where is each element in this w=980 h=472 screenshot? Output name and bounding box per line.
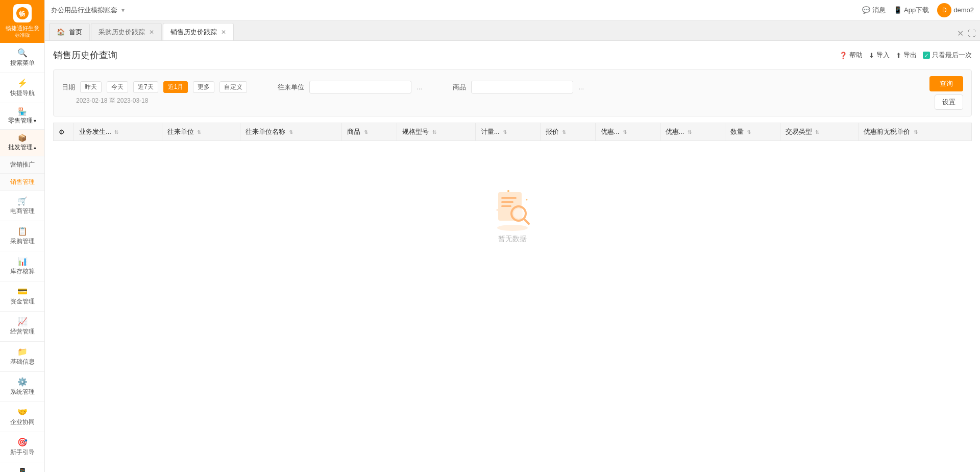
col-spec[interactable]: 规格型号 ⇅ — [397, 123, 476, 141]
empty-text: 暂无数据 — [498, 234, 527, 244]
sidebar-item-search[interactable]: 🔍 搜索菜单 — [0, 43, 44, 73]
date-7days-btn[interactable]: 近7天 — [133, 81, 158, 93]
maximize-button[interactable]: ⛶ — [968, 29, 976, 38]
col-trade-type[interactable]: 交易类型 ⇅ — [780, 123, 859, 141]
app-download-button[interactable]: 📱 App下载 — [894, 6, 929, 15]
sidebar-item-guide[interactable]: 🎯 新手引导 — [0, 432, 44, 462]
date-custom-btn[interactable]: 自定义 — [219, 81, 247, 93]
tab-purchase-close[interactable]: ✕ — [149, 29, 154, 35]
sidebar-item-inventory[interactable]: 📊 库存核算 — [0, 251, 44, 281]
date-filter-label: 日期 — [62, 83, 75, 92]
export-button[interactable]: ⬆ 导出 — [896, 51, 917, 60]
sidebar-label-system: 系统管理 — [2, 388, 42, 396]
page-actions: ❓ 帮助 ⬇ 导入 ⬆ 导出 ✓ 只看最后一次 — [839, 51, 972, 60]
tab-home-label: 首页 — [69, 28, 82, 37]
col-discount1[interactable]: 优惠... ⇅ — [595, 123, 660, 141]
query-button[interactable]: 查询 — [929, 76, 963, 91]
partner-more-icon[interactable]: ... — [416, 83, 422, 91]
svg-point-2 — [497, 225, 528, 231]
svg-point-10 — [507, 190, 509, 192]
table-container: ⚙ 业务发生... ⇅ 往来单位 ⇅ 往来单位名称 ⇅ — [53, 123, 972, 285]
sidebar-sub-wholesale: 营销推广 销售管理 — [0, 156, 44, 191]
workspace-title: 办公用品行业模拟账套 — [51, 6, 117, 15]
col-partner-name[interactable]: 往来单位名称 ⇅ — [240, 123, 342, 141]
avatar-text: D — [942, 7, 947, 14]
col-settings[interactable]: ⚙ — [54, 123, 74, 141]
import-button[interactable]: ⬇ 导入 — [869, 51, 890, 60]
tab-bar: 🏠 首页 采购历史价跟踪 ✕ 销售历史价跟踪 ✕ ✕ ⛶ — [45, 20, 980, 41]
product-input[interactable] — [471, 81, 573, 93]
tab-sales-history[interactable]: 销售历史价跟踪 ✕ — [163, 23, 234, 40]
col-qty[interactable]: 数量 ⇅ — [725, 123, 780, 141]
message-button[interactable]: 💬 消息 — [862, 6, 886, 15]
sidebar-item-wholesale[interactable]: 📦 批发管理 ▴ — [0, 130, 44, 156]
tab-purchase-history[interactable]: 采购历史价跟踪 ✕ — [91, 23, 162, 40]
svg-rect-5 — [501, 201, 513, 203]
col-discount2[interactable]: 优惠... ⇅ — [660, 123, 725, 141]
col-biz-date[interactable]: 业务发生... ⇅ — [74, 123, 162, 141]
filter-row-date: 日期 昨天 今天 近7天 近1月 更多 自定义 往来单位 ... 商品 ... — [62, 81, 923, 93]
close-all-tabs-button[interactable]: ✕ — [957, 29, 964, 38]
sort-icon-discount2: ⇅ — [688, 129, 692, 135]
sidebar-item-purchase[interactable]: 📋 采购管理 — [0, 221, 44, 251]
col-spec-label: 规格型号 — [402, 128, 429, 135]
operations-icon: 📈 — [2, 317, 42, 326]
sidebar-item-operations[interactable]: 📈 经营管理 — [0, 312, 44, 342]
page-title-bar: 销售历史价查询 ❓ 帮助 ⬇ 导入 ⬆ 导出 ✓ 只看最后一次 — [53, 49, 972, 61]
sidebar-item-shortcut[interactable]: ⚡ 快捷导航 — [0, 73, 44, 103]
partner-filter-label: 往来单位 — [278, 83, 304, 92]
sidebar-label-retail: 零售管理 — [8, 116, 33, 125]
basic-icon: 📁 — [2, 347, 42, 357]
sidebar-label-marketing: 营销推广 — [10, 161, 35, 168]
avatar: D — [937, 3, 951, 17]
sidebar-item-finance[interactable]: 💳 资金管理 — [0, 281, 44, 312]
date-more-btn[interactable]: 更多 — [193, 81, 214, 93]
sidebar-item-marketing[interactable]: 营销推广 — [0, 156, 44, 174]
date-1month-btn[interactable]: 近1月 — [163, 81, 188, 93]
sidebar-item-ecommerce[interactable]: 🛒 电商管理 — [0, 191, 44, 221]
col-unit-label: 计量... — [481, 128, 500, 135]
sidebar-item-sales[interactable]: 销售管理 — [0, 174, 44, 191]
table-head: ⚙ 业务发生... ⇅ 往来单位 ⇅ 往来单位名称 ⇅ — [54, 123, 972, 141]
filter-area: 日期 昨天 今天 近7天 近1月 更多 自定义 往来单位 ... 商品 ... — [53, 69, 972, 116]
sidebar-item-basic[interactable]: 📁 基础信息 — [0, 342, 44, 372]
only-last-checkbox[interactable]: ✓ 只看最后一次 — [923, 51, 972, 60]
sidebar-item-apps[interactable]: 📱 应用中心 — [0, 462, 44, 472]
help-button[interactable]: ❓ 帮助 — [839, 51, 863, 60]
tab-sales-close[interactable]: ✕ — [221, 29, 226, 35]
svg-rect-6 — [501, 205, 511, 207]
tab-purchase-label: 采购历史价跟踪 — [99, 28, 145, 37]
sidebar-item-retail[interactable]: 🏪 零售管理 ▾ — [0, 103, 44, 130]
app-logo[interactable]: 畅 畅捷通好生意 标准版 — [0, 0, 44, 43]
col-partner-code[interactable]: 往来单位 ⇅ — [162, 123, 240, 141]
search-icon: 🔍 — [2, 48, 42, 58]
table-header-row: ⚙ 业务发生... ⇅ 往来单位 ⇅ 往来单位名称 ⇅ — [54, 123, 972, 141]
tab-home[interactable]: 🏠 首页 — [49, 23, 90, 40]
col-biz-date-label: 业务发生... — [79, 128, 111, 135]
sort-icon-unit: ⇅ — [503, 129, 507, 135]
col-pretax-price[interactable]: 优惠前无税单价 ⇅ — [859, 123, 972, 141]
col-unit[interactable]: 计量... ⇅ — [475, 123, 540, 141]
apps-icon: 📱 — [2, 467, 42, 472]
empty-state: 暂无数据 — [54, 141, 972, 285]
help-icon: ❓ — [839, 52, 847, 59]
user-profile[interactable]: D demo2 — [937, 3, 974, 17]
sidebar-item-system[interactable]: ⚙️ 系统管理 — [0, 372, 44, 402]
product-more-icon[interactable]: ... — [578, 83, 584, 91]
col-discount2-label: 优惠... — [666, 128, 684, 135]
table-body: 暂无数据 — [54, 141, 972, 285]
header-left: 办公用品行业模拟账套 ▾ — [51, 6, 125, 15]
workspace-dropdown[interactable]: ▾ — [121, 7, 125, 14]
date-today-btn[interactable]: 今天 — [107, 81, 128, 93]
date-yesterday-btn[interactable]: 昨天 — [80, 81, 102, 93]
col-product[interactable]: 商品 ⇅ — [342, 123, 397, 141]
col-price[interactable]: 报价 ⇅ — [540, 123, 595, 141]
filter-settings-button[interactable]: 设置 — [935, 95, 963, 110]
partner-input[interactable] — [309, 81, 411, 93]
sidebar-item-enterprise[interactable]: 🤝 企业协同 — [0, 402, 44, 432]
col-partner-code-label: 往来单位 — [167, 128, 194, 135]
sidebar-label-shortcut: 快捷导航 — [2, 89, 42, 98]
svg-text:畅: 畅 — [19, 10, 25, 17]
sort-icon-qty: ⇅ — [747, 129, 751, 135]
sidebar-label-basic: 基础信息 — [2, 358, 42, 366]
